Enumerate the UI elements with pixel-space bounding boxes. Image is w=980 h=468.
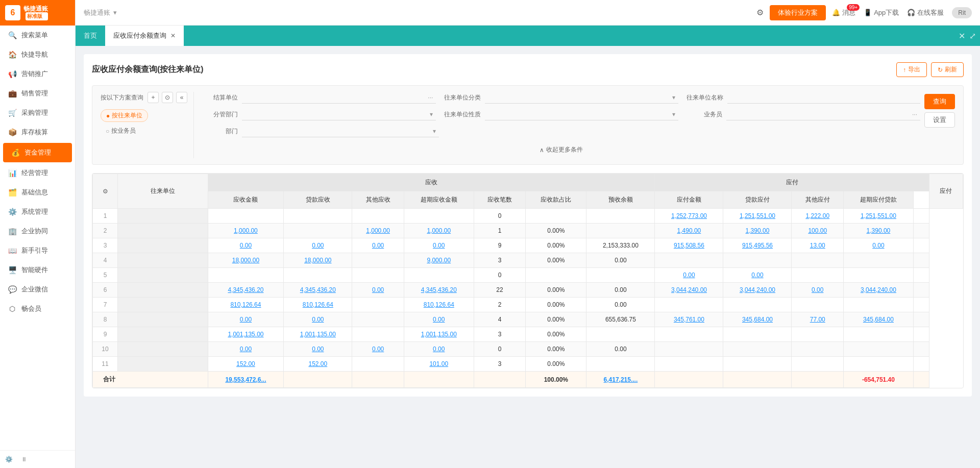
service-btn[interactable]: 🎧 在线客服 xyxy=(907,8,944,17)
page-header: 应收应付余额查询(按往来单位) ↑ 导出 ↻ 刷新 xyxy=(92,62,964,77)
headset-icon: 🎧 xyxy=(907,9,915,16)
settings-button[interactable]: 设置 xyxy=(924,112,955,128)
sidebar-item-nav[interactable]: 🏠 快捷导航 xyxy=(0,45,75,64)
collapse-btn[interactable]: ∧ 收起更多条件 xyxy=(202,141,920,158)
th-ar-other: 其他应收 xyxy=(352,191,404,209)
total-ar-amount[interactable]: 19,553,472,6... xyxy=(208,372,284,388)
partner-name-label: 往来单位名称 xyxy=(687,93,723,102)
sidebar-bottom: ⚙️ ⏸ xyxy=(0,450,75,468)
sidebar-item-base[interactable]: 🗂️ 基础信息 xyxy=(0,183,75,202)
table-settings-icon[interactable]: ⚙ xyxy=(98,184,112,199)
user-avatar[interactable]: Rit xyxy=(952,7,972,18)
notice-badge: 99+ xyxy=(847,4,860,11)
th-ap-loan: 贷款应付 xyxy=(723,191,792,209)
expand-icon[interactable]: ⤢ xyxy=(969,31,976,41)
sidebar-item-finance[interactable]: 💰 资金管理 xyxy=(3,143,72,162)
tab-close-icon[interactable]: ✕ xyxy=(170,32,176,39)
filter-row-3: 部门 ▾ xyxy=(202,126,920,137)
field-salesperson: 业务员 ··· xyxy=(687,109,920,120)
purchase-icon: 🛒 xyxy=(7,109,17,117)
download-icon: 📱 xyxy=(864,9,872,16)
search-icon: 🔍 xyxy=(7,31,17,39)
chevron-down-icon4: ▾ xyxy=(433,128,436,135)
sidebar-item-member[interactable]: ⬡ 畅会员 xyxy=(0,299,75,318)
app-edition: 标准版 xyxy=(26,12,48,20)
total-ap-loan xyxy=(723,372,792,388)
sidebar-item-purchase[interactable]: 🛒 采购管理 xyxy=(0,103,75,122)
solution-button[interactable]: 体验行业方案 xyxy=(770,5,826,20)
query-button[interactable]: 查询 xyxy=(924,94,955,109)
edit-scheme-btn[interactable]: ⊙ xyxy=(162,92,173,103)
tab-home[interactable]: 首页 xyxy=(76,26,105,46)
guide-icon: 📖 xyxy=(7,247,17,255)
app-name: 畅捷通账 xyxy=(23,5,48,12)
settlement-unit-label: 结算单位 xyxy=(202,93,238,102)
sidebar-item-marketing[interactable]: 📢 营销推广 xyxy=(0,64,75,84)
close-window-icon[interactable]: ✕ xyxy=(959,31,965,41)
filter-fields-panel: 结算单位 ··· 往来单位分类 xyxy=(202,92,955,158)
breadcrumb-text: 畅捷通账 xyxy=(84,8,110,17)
partner-category-select[interactable]: ▾ xyxy=(485,92,678,104)
export-label: 导出 xyxy=(908,65,920,74)
sidebar-item-label: 智能硬件 xyxy=(21,265,48,275)
collapse-icon: ∧ xyxy=(540,146,544,154)
th-ap-group: 应付 xyxy=(655,174,929,191)
page-header-actions: ↑ 导出 ↻ 刷新 xyxy=(896,62,964,77)
scheme-by-salesperson[interactable]: ○ 按业务员 xyxy=(101,125,148,137)
partner-name-input[interactable] xyxy=(727,92,920,104)
sidebar-item-corp[interactable]: 🏢 企业协同 xyxy=(0,221,75,241)
total-ap-other xyxy=(792,372,844,388)
salesperson-input[interactable]: ··· xyxy=(726,109,920,120)
field-partner-category: 往来单位分类 ▾ xyxy=(444,92,678,104)
scheme-by-partner[interactable]: ● 按往来单位 xyxy=(101,109,148,122)
gear-btn[interactable]: ⚙ xyxy=(756,8,764,17)
settings-gear-icon[interactable]: ⚙️ xyxy=(5,456,13,463)
sidebar-logo: 6 畅捷通账 标准版 xyxy=(0,0,75,26)
filter-icons: + ⊙ « xyxy=(148,92,187,103)
sidebar-item-label: 企业微信 xyxy=(21,285,48,294)
total-ar-prepaid[interactable]: 6,417,215.... xyxy=(586,372,655,388)
table-row: 64,345,436.204,345,436.200.004,345,436.2… xyxy=(93,283,963,298)
field-dept: 部门 ▾ xyxy=(202,126,439,137)
tab-ar-ap[interactable]: 应收应付余额查询 ✕ xyxy=(105,26,184,46)
sidebar-item-wechat[interactable]: 💬 企业微信 xyxy=(0,280,75,299)
finance-icon: 💰 xyxy=(10,149,20,157)
table-row: 80.000.000.0040.00%655,636.75345,761.003… xyxy=(93,312,963,327)
dept-managed-select[interactable]: ▾ xyxy=(242,109,436,120)
sidebar-item-guide[interactable]: 📖 新手引导 xyxy=(0,241,75,260)
tab-home-label: 首页 xyxy=(84,31,97,40)
logo-icon: 6 xyxy=(5,5,20,20)
partner-nature-select[interactable]: ▾ xyxy=(485,109,678,120)
system-icon: ⚙️ xyxy=(7,208,17,216)
service-label: 在线客服 xyxy=(917,8,944,17)
settlement-unit-input[interactable]: ··· xyxy=(242,92,436,104)
sidebar-item-operation[interactable]: 📊 经营管理 xyxy=(0,163,75,183)
partner-cell xyxy=(118,312,208,327)
sidebar-item-label: 企业协同 xyxy=(21,227,48,236)
partner-cell xyxy=(118,209,208,224)
home-icon: 🏠 xyxy=(7,51,17,59)
export-button[interactable]: ↑ 导出 xyxy=(896,62,927,77)
field-dept-managed: 分管部门 ▾ xyxy=(202,109,436,120)
sidebar-item-hardware[interactable]: 🖥️ 智能硬件 xyxy=(0,260,75,280)
th-ap-amount: 应付金额 xyxy=(655,191,723,209)
total-row: 合计 19,553,472,6... 100.00% 6,417,215....… xyxy=(93,372,963,388)
app-download-btn[interactable]: 📱 App下载 xyxy=(864,8,899,17)
salesperson-label: 业务员 xyxy=(687,110,722,119)
collapse-icon[interactable]: ⏸ xyxy=(21,456,27,463)
bell-icon: 🔔 xyxy=(832,9,840,16)
sidebar-item-label: 采购管理 xyxy=(21,108,48,117)
add-scheme-btn[interactable]: + xyxy=(148,92,159,103)
sidebar-item-system[interactable]: ⚙️ 系统管理 xyxy=(0,202,75,221)
notice-btn[interactable]: 🔔 消息 99+ xyxy=(832,8,855,17)
table-row: 418,000.0018,000.009,000.0030.00%0.00 xyxy=(93,253,963,268)
refresh-button[interactable]: ↻ 刷新 xyxy=(931,62,964,77)
refresh-label: 刷新 xyxy=(945,65,957,74)
field-partner-nature: 往来单位性质 ▾ xyxy=(444,109,678,120)
collapse-scheme-btn[interactable]: « xyxy=(176,92,187,103)
sidebar-item-search[interactable]: 🔍 搜索菜单 xyxy=(0,26,75,45)
dept-select[interactable]: ▾ xyxy=(242,126,439,137)
th-ap-cont: 应付 xyxy=(929,174,963,209)
sidebar-item-sales[interactable]: 💼 销售管理 xyxy=(0,84,75,103)
sidebar-item-inventory[interactable]: 📦 库存核算 xyxy=(0,122,75,142)
